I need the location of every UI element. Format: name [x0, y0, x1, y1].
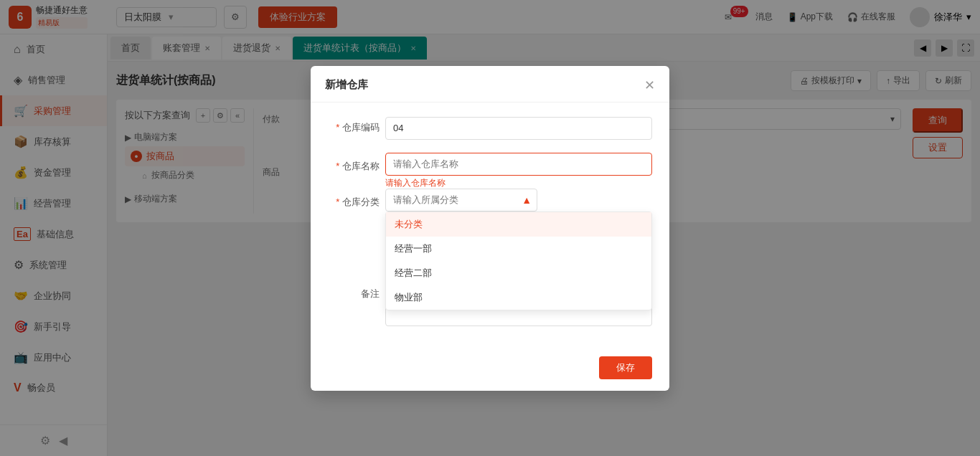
- category-select-wrap: ▲: [385, 189, 537, 212]
- dialog-title: 新增仓库: [325, 78, 368, 92]
- name-field-row: 仓库名称 请输入仓库名称: [328, 153, 652, 176]
- note-label: 备注: [328, 283, 385, 300]
- dropdown-item-ops1[interactable]: 经营一部: [386, 237, 651, 261]
- dialog-overlay[interactable]: 新增仓库 ✕ 仓库编码 仓库名称 请输入仓库名称 仓库分类: [0, 0, 980, 456]
- dialog-body: 仓库编码 仓库名称 请输入仓库名称 仓库分类 ▲: [311, 103, 669, 351]
- code-field-row: 仓库编码: [328, 117, 652, 140]
- name-input[interactable]: [385, 153, 652, 176]
- name-error-message: 请输入仓库名称: [385, 177, 446, 189]
- category-label: 仓库分类: [328, 191, 385, 209]
- code-input[interactable]: [385, 117, 652, 140]
- name-label: 仓库名称: [328, 156, 385, 173]
- dropdown-item-property[interactable]: 物业部: [386, 285, 651, 310]
- category-input[interactable]: [385, 189, 537, 212]
- save-button[interactable]: 保存: [599, 356, 652, 379]
- code-label: 仓库编码: [328, 117, 385, 134]
- dropdown-item-uncategorized[interactable]: 未分类: [386, 212, 651, 237]
- new-warehouse-dialog: 新增仓库 ✕ 仓库编码 仓库名称 请输入仓库名称 仓库分类: [311, 66, 669, 391]
- dropdown-item-ops2[interactable]: 经营二部: [386, 261, 651, 285]
- dialog-footer: 保存: [311, 351, 669, 391]
- category-field-row: 仓库分类 ▲ 未分类 经营一部 经营二部 物业部: [328, 189, 652, 212]
- category-dropdown: 未分类 经营一部 经营二部 物业部: [385, 212, 652, 310]
- dialog-close-button[interactable]: ✕: [644, 77, 655, 93]
- dialog-header: 新增仓库 ✕: [311, 66, 669, 103]
